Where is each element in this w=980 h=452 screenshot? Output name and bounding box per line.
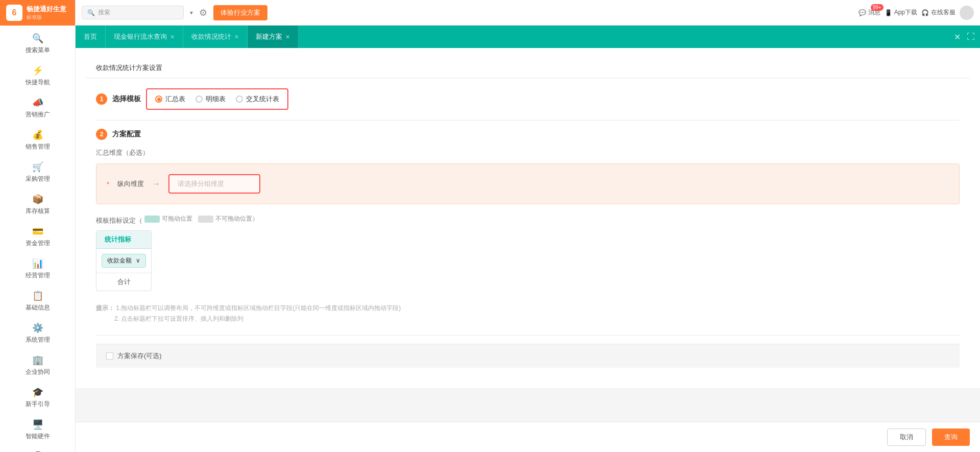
huizong-label: 汇总维度（必选） [96, 148, 960, 157]
logo-text: 畅捷通好生意 [27, 5, 66, 14]
page-content: 收款情况统计方案设置 1 选择模板 汇总表 [76, 48, 980, 422]
sidebar-label-5: 库存核算 [26, 207, 50, 216]
support-btn[interactable]: 🎧 在线客服 [921, 8, 955, 17]
tab-payment-stats-close[interactable]: ✕ [234, 34, 239, 40]
message-icon: 💬 [859, 9, 866, 16]
tab-spacer [299, 26, 949, 48]
sidebar-item-9[interactable]: ⚙️系统管理 [0, 317, 75, 349]
industry-btn[interactable]: 体验行业方案 [213, 5, 267, 20]
dimension-selector[interactable]: 请选择分组维度 [168, 174, 260, 194]
metrics-tag-arrow: ∨ [136, 257, 140, 264]
tips-section: 提示： 1.拖动标题栏可以调整布局，不可跨维度或指标区域拖动栏目字段(只能在同一… [96, 303, 960, 325]
sidebar-icon-11: 🎓 [32, 387, 43, 398]
user-avatar[interactable] [960, 6, 974, 20]
draggable-dot [144, 216, 160, 223]
cancel-button[interactable]: 取消 [887, 429, 926, 446]
metrics-table-header: 统计指标 [96, 231, 151, 249]
logo-icon: 6 [6, 5, 22, 21]
app-download-btn[interactable]: 📱 App下载 [885, 8, 917, 17]
radio-crossstats-label: 交叉统计表 [246, 94, 279, 104]
sidebar-icon-3: 💰 [32, 129, 43, 140]
sidebar-icon-7: 📊 [32, 258, 43, 269]
tab-new-plan[interactable]: 新建方案 ✕ [248, 26, 299, 48]
tab-home[interactable]: 首页 [76, 26, 106, 48]
breadcrumb-text: 收款情况统计方案设置 [96, 64, 162, 72]
radio-mingxi-circle [195, 96, 203, 103]
app-download-label: App下载 [894, 8, 917, 17]
metrics-section: 模板指标设定（ 可拖动位置 不可拖动位置） [96, 215, 960, 293]
dimension-placeholder: 请选择分组维度 [178, 179, 224, 188]
tab-bank-flow-label: 现金银行流水查询 [114, 32, 167, 41]
sidebar-item-5[interactable]: 📦库存核算 [0, 188, 75, 221]
main-area: 🔍 搜索 ▾ ⚙ 体验行业方案 💬 消息 99+ 📱 App下载 🎧 在线客服 [76, 0, 980, 452]
required-star: * [107, 180, 109, 188]
sidebar-label-11: 新手引导 [26, 400, 50, 409]
metrics-table: 统计指标 收款金额 ∨ 合计 [96, 230, 152, 291]
support-icon: 🎧 [921, 9, 929, 16]
sidebar-item-12[interactable]: 🖥️智能硬件 [0, 414, 75, 446]
sidebar-icon-2: 📣 [32, 97, 43, 108]
tab-close-all-icon[interactable]: ✕ [954, 32, 961, 42]
radio-huizong[interactable]: 汇总表 [155, 94, 185, 104]
template-box: 汇总表 明细表 交叉统计表 [146, 88, 288, 110]
radio-crossstats[interactable]: 交叉统计表 [236, 94, 279, 104]
sidebar-item-10[interactable]: 🏢企业协同 [0, 349, 75, 382]
sidebar: 6 畅捷通好生意 标准版 🔍搜索菜单⚡快捷导航📣营销推广💰销售管理🛒采购管理📦库… [0, 0, 76, 452]
sidebar-icon-9: ⚙️ [32, 322, 43, 334]
fixed-label: 不可拖动位置） [215, 215, 258, 223]
radio-crossstats-circle [236, 96, 243, 103]
sidebar-icon-12: 🖥️ [32, 419, 43, 430]
radio-huizong-label: 汇总表 [165, 94, 185, 104]
action-bar: 取消 查询 [76, 422, 980, 452]
footer-divider [96, 335, 960, 336]
support-label: 在线客服 [931, 8, 955, 17]
draggable-label: 可拖动位置 [162, 215, 192, 223]
sidebar-item-7[interactable]: 📊经营管理 [0, 253, 75, 285]
sidebar-nav: 🔍搜索菜单⚡快捷导航📣营销推广💰销售管理🛒采购管理📦库存核算💳资金管理📊经营管理… [0, 26, 75, 452]
tab-maximize-icon[interactable]: ⛶ [967, 32, 975, 41]
metrics-header: 模板指标设定（ 可拖动位置 不可拖动位置） [96, 215, 960, 225]
radio-mingxi[interactable]: 明细表 [195, 94, 226, 104]
search-box[interactable]: 🔍 搜索 [82, 6, 184, 19]
metrics-header-text: 模板指标设定（ 可拖动位置 不可拖动位置） [96, 215, 258, 225]
step1-badge: 1 [96, 93, 107, 105]
sidebar-item-6[interactable]: 💳资金管理 [0, 221, 75, 253]
sidebar-item-1[interactable]: ⚡快捷导航 [0, 60, 75, 92]
sidebar-item-8[interactable]: 📋基础信息 [0, 285, 75, 317]
footer-section: 方案保存(可选) [96, 344, 960, 368]
sidebar-label-1: 快捷导航 [26, 78, 50, 87]
sidebar-item-13[interactable]: 💬企业微信 [0, 446, 75, 452]
sidebar-item-3[interactable]: 💰销售管理 [0, 124, 75, 156]
tip-2: 2. 点击标题栏下拉可设置排序、插入列和删除列 [114, 315, 243, 322]
step1-section: 1 选择模板 汇总表 明细表 [96, 88, 960, 110]
fixed-legend: 不可拖动位置） [198, 215, 258, 223]
query-button[interactable]: 查询 [932, 429, 970, 446]
sidebar-item-11[interactable]: 🎓新手引导 [0, 382, 75, 414]
sidebar-item-2[interactable]: 📣营销推广 [0, 92, 75, 124]
metrics-subtotal: 合计 [96, 273, 151, 291]
sidebar-label-7: 经营管理 [26, 271, 50, 280]
search-dropdown-arrow[interactable]: ▾ [190, 9, 193, 16]
notifications-btn[interactable]: 💬 消息 99+ [859, 8, 880, 17]
tab-bank-flow-close[interactable]: ✕ [170, 34, 175, 40]
dimension-row: * 纵向维度 → 请选择分组维度 [107, 174, 949, 194]
tab-new-plan-close[interactable]: ✕ [285, 34, 290, 40]
draggable-legend: 可拖动位置 [144, 215, 192, 223]
tab-bank-flow[interactable]: 现金银行流水查询 ✕ [106, 26, 183, 48]
save-checkbox-box[interactable] [106, 352, 113, 360]
sidebar-item-0[interactable]: 🔍搜索菜单 [0, 28, 75, 60]
download-icon: 📱 [885, 9, 892, 16]
sidebar-icon-10: 🏢 [32, 354, 43, 366]
save-checkbox[interactable]: 方案保存(可选) [106, 351, 949, 361]
sidebar-label-12: 智能硬件 [26, 432, 50, 441]
step2-header: 2 方案配置 [96, 129, 960, 140]
top-bar-actions: 💬 消息 99+ 📱 App下载 🎧 在线客服 [859, 6, 974, 20]
sidebar-label-10: 企业协同 [26, 368, 50, 376]
sidebar-label-9: 系统管理 [26, 336, 50, 344]
sidebar-icon-8: 📋 [32, 290, 43, 301]
sidebar-item-4[interactable]: 🛒采购管理 [0, 156, 75, 188]
tab-payment-stats[interactable]: 收款情况统计 ✕ [183, 26, 248, 48]
gear-icon[interactable]: ⚙ [199, 7, 207, 18]
metrics-tag-payment[interactable]: 收款金额 ∨ [102, 254, 146, 268]
metrics-tag-row: 收款金额 ∨ [96, 249, 151, 273]
